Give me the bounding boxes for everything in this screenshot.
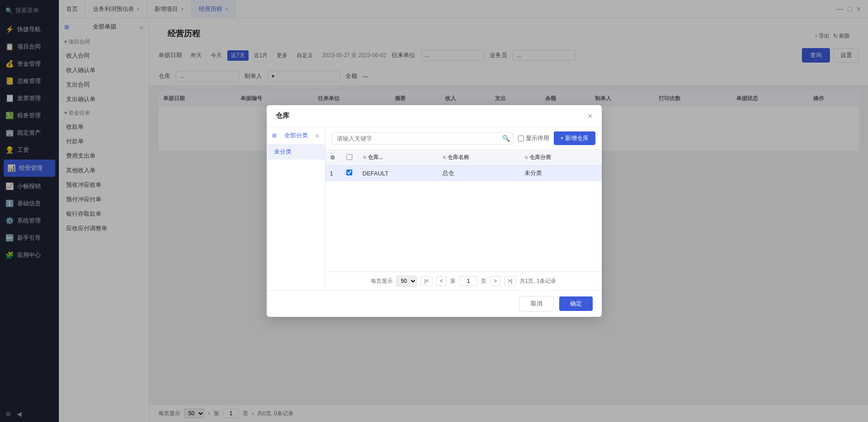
dialog-page-label: 第 xyxy=(450,277,456,285)
col-settings: ⚙ xyxy=(326,150,342,165)
dialog-category-unclassified[interactable]: 未分类 xyxy=(267,144,325,160)
col-warehouse-name-label: 仓库名称 xyxy=(447,154,469,160)
show-disabled-checkbox[interactable] xyxy=(518,136,524,141)
dialog-body: ⊞ 全部分类 « 未分类 🔍 xyxy=(267,127,602,290)
dialog-last-page-btn[interactable]: >| xyxy=(504,276,516,286)
dialog-search-input[interactable] xyxy=(332,132,514,145)
dialog-left-scroll: 未分类 xyxy=(267,144,325,290)
select-all-checkbox[interactable] xyxy=(346,154,352,160)
dialog-page-input[interactable] xyxy=(459,276,477,286)
col-warehouse-name: ⇅ 仓库名称 xyxy=(438,150,520,165)
dialog-right: 🔍 显示停用 + 新增仓库 ⚙ xyxy=(326,127,602,290)
row-code: DEFAULT xyxy=(358,165,438,181)
dialog-first-page-btn[interactable]: |< xyxy=(421,276,432,286)
dialog-left-header: ⊞ 全部分类 « xyxy=(267,127,325,144)
dialog-cancel-btn[interactable]: 取消 xyxy=(519,296,554,311)
table-row[interactable]: 1 DEFAULT 总仓 未分类 xyxy=(326,165,602,181)
sort-icon2: ⇅ xyxy=(442,155,446,160)
dialog-pagination: 每页显示 50 |< < 第 页 > >| 共1页, 1条记录 xyxy=(326,272,602,290)
col-warehouse-category-label: 仓库分类 xyxy=(529,154,551,160)
add-warehouse-btn[interactable]: + 新增仓库 xyxy=(554,131,595,145)
show-disabled-label[interactable]: 显示停用 xyxy=(518,134,549,142)
dialog-search-icon[interactable]: 🔍 xyxy=(502,135,510,142)
dialog-prev-page-btn[interactable]: < xyxy=(436,276,446,286)
dialog-left: ⊞ 全部分类 « 未分类 xyxy=(267,127,326,290)
dialog-per-page-select[interactable]: 50 xyxy=(396,276,417,286)
dialog-table: ⚙ ⇅ 仓库... ⇅ xyxy=(326,150,602,181)
show-disabled-text: 显示停用 xyxy=(526,134,549,142)
row-select-checkbox[interactable] xyxy=(346,170,352,175)
warehouse-dialog: 仓库 × ⊞ 全部分类 « 未分类 xyxy=(267,105,602,317)
unclassified-label: 未分类 xyxy=(274,148,292,155)
row-name: 总仓 xyxy=(438,165,520,181)
dialog-overlay: 仓库 × ⊞ 全部分类 « 未分类 xyxy=(0,0,868,422)
col-checkbox xyxy=(342,150,358,165)
settings-icon[interactable]: ⚙ xyxy=(330,155,335,161)
row-num: 1 xyxy=(326,165,342,181)
row-category: 未分类 xyxy=(520,165,602,181)
row-checkbox[interactable] xyxy=(342,165,358,181)
dialog-close-btn[interactable]: × xyxy=(588,112,593,120)
col-warehouse-code: ⇅ 仓库... xyxy=(358,150,438,165)
col-warehouse-code-label: 仓库... xyxy=(368,154,383,160)
dialog-footer: 取消 确定 xyxy=(267,290,602,317)
dialog-next-page-btn[interactable]: > xyxy=(490,276,500,286)
col-warehouse-category: ⇅ 仓库分类 xyxy=(520,150,602,165)
dialog-toolbar: 🔍 显示停用 + 新增仓库 xyxy=(326,127,602,150)
dialog-per-page-label: 每页显示 xyxy=(371,277,393,285)
sort-icon: ⇅ xyxy=(363,155,366,160)
all-category-icon: ⊞ xyxy=(272,132,277,139)
all-category-label[interactable]: 全部分类 xyxy=(284,131,308,140)
dialog-title: 仓库 xyxy=(276,112,289,120)
sort-icon3: ⇅ xyxy=(524,155,528,160)
dialog-page-suffix: 页 xyxy=(481,277,486,285)
dialog-search-wrap: 🔍 xyxy=(332,132,514,145)
dialog-table-wrap: ⚙ ⇅ 仓库... ⇅ xyxy=(326,150,602,272)
dialog-confirm-btn[interactable]: 确定 xyxy=(559,296,593,311)
dialog-total-label: 共1页, 1条记录 xyxy=(520,277,556,285)
dialog-left-collapse-btn[interactable]: « xyxy=(316,131,320,140)
dialog-header: 仓库 × xyxy=(267,105,602,127)
